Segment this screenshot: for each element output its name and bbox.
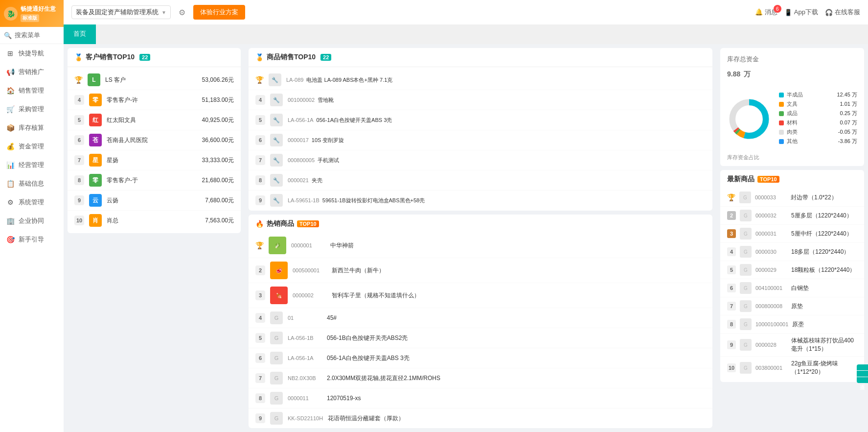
customer-avatar-7: 云 [89, 194, 102, 207]
topbar-right: 🔔 消息 6 📱 App下载 🎧 在线客服 [755, 8, 860, 17]
sidebar: 🐉 畅捷通好生意 标准版 🔍 搜索菜单 ⊞ 快捷导航 📢 营销推广 🏠 销售管理… [0, 0, 64, 432]
hot-prod-num-9: 9 [255, 413, 265, 423]
float-live[interactable]: 直播 [857, 377, 868, 383]
sidebar-item-basic[interactable]: 📋 基础信息 [0, 174, 64, 193]
np-icon-2: G [740, 210, 752, 221]
legend-item-2: 成品 0.25 万 [779, 110, 857, 117]
rank-num-3: 5 [74, 115, 84, 125]
sidebar-item-guide[interactable]: 🎯 新手引导 [0, 230, 64, 249]
np-icon-1: G [739, 192, 751, 203]
legend-value-5: -3.86 万 [838, 138, 857, 145]
legend-dot-2 [779, 111, 784, 116]
rank-num-2: 4 [74, 95, 84, 105]
sidebar-item-system[interactable]: ⚙ 系统管理 [0, 193, 64, 212]
online-service-btn[interactable]: 🎧 在线客服 [825, 8, 860, 17]
np-trophy-1: 🏆 [727, 193, 735, 201]
inventory-card: 库存总资金 9.88 万 [720, 48, 864, 166]
np-code-4: 0000030 [755, 249, 787, 255]
hot-prod-9: 9 G KK-SD22110H 花语萌恒温分蘸罐套（厚款） [249, 408, 712, 428]
customer-value-6: 21,680.00元 [202, 176, 234, 185]
customer-value-5: 33,333.00元 [202, 156, 234, 165]
prod-icon-4: 🔧 [270, 134, 283, 146]
fire-icon: 🔥 [255, 220, 264, 228]
hot-prod-name-2: 新西兰牛肉（新牛） [332, 266, 706, 275]
np-code-10: 003800001 [755, 365, 787, 371]
app-download-label: App下载 [794, 8, 818, 17]
legend-value-0: 12.45 万 [837, 91, 857, 98]
np-item-5: 5 G 0000029 18颗粒板（1220*2440） [720, 261, 864, 279]
customer-top10-list: 🏆 L LS 客户 53,006.26元 4 零 零售客户-许 51,183.0… [68, 67, 241, 233]
sidebar-item-enterprise[interactable]: 🏢 企业协同 [0, 212, 64, 230]
rank-item-2: 4 零 零售客户-许 51,183.00元 [68, 90, 241, 110]
legend-name-5: 其他 [787, 138, 835, 145]
new-products-title: 最新商品 [727, 175, 754, 184]
mobile-icon: 📱 [784, 9, 792, 16]
prod-label-2: 001000002雪地靴 [288, 96, 706, 104]
sidebar-item-operations[interactable]: 📊 经营管理 [0, 156, 64, 174]
rank-num-7: 9 [74, 195, 84, 205]
hot-prod-name-4: 45# [327, 314, 706, 321]
float-customer-service[interactable]: 客服热线 [857, 364, 868, 370]
rank-item-4: 6 苍 苍南县人民医院 36,600.00元 [68, 130, 241, 150]
hot-prod-name-6: 056-1A白色按键开关盖ABS 3壳 [327, 354, 706, 362]
customer-value-4: 36,600.00元 [202, 136, 234, 144]
settings-icon[interactable]: ⚙ [177, 6, 187, 19]
np-rank-10: 10 [727, 363, 736, 372]
nav-label: 资金管理 [19, 142, 44, 151]
prod-rank-4: 6 🔧 000001710S 变削罗旋 [249, 130, 712, 150]
hot-prod-code-1: 0000001 [291, 242, 325, 248]
np-icon-3: G [740, 228, 752, 240]
np-item-10: 10 G 003800001 22g鱼豆腐-烧烤味（1*12*20） [720, 357, 864, 379]
np-item-7: 7 G 000800008 原垫 [720, 297, 864, 315]
hot-prod-icon-8: G [270, 392, 283, 405]
notification-bell[interactable]: 🔔 消息 6 [755, 8, 777, 17]
hot-prod-num-3: 3 [255, 290, 265, 300]
sidebar-item-quick-nav[interactable]: ⊞ 快捷导航 [0, 44, 64, 63]
prod-icon-1: 🔧 [269, 73, 281, 86]
system-selector[interactable]: 装备及固定资产辅助管理系统 ▼ [71, 5, 171, 19]
hot-prod-img-2: 🥩 [270, 262, 288, 279]
app-download-btn[interactable]: 📱 App下载 [784, 8, 818, 17]
np-code-8: 10000100001 [755, 321, 788, 327]
np-icon-8: G [740, 318, 752, 330]
tab-home[interactable]: 首页 [64, 24, 96, 44]
mid-panel: 🏅 商品销售TOP10 22 🏆 🔧 LA-089电池盖 LA-089 ABS本… [245, 44, 716, 432]
sidebar-item-sales[interactable]: 🏠 销售管理 [0, 81, 64, 100]
hot-prod-num-6: 6 [255, 353, 265, 363]
notification-badge: 6 [774, 5, 781, 13]
legend-name-1: 文具 [787, 100, 837, 108]
search-menu[interactable]: 🔍 搜索菜单 [0, 27, 64, 44]
legend-value-1: 1.01 万 [840, 100, 857, 108]
logo-icon: 🐉 [4, 7, 18, 21]
customer-top10-panel: 🏅 客户销售TOP10 22 🏆 L LS 客户 53,006.26元 4 零 … [64, 44, 245, 432]
prod-rank-2: 4 🔧 001000002雪地靴 [249, 90, 712, 110]
hot-prod-6: 6 G LA-056-1A 056-1A白色按键开关盖ABS 3壳 [249, 348, 712, 368]
prod-label-6: 0000021夹壳 [288, 177, 706, 184]
hot-prod-num-4: 4 [255, 313, 265, 323]
medal-icon-prod: 🏅 [255, 53, 264, 61]
legend-item-0: 半成品 12.45 万 [779, 91, 857, 98]
donut-chart [727, 97, 771, 141]
np-item-9: 9 G 0000028 体械荔枝味苏打饮品400毫升（1*15） [720, 334, 864, 357]
prod-label-5: 000800005手机测试 [288, 157, 706, 164]
np-name-3: 5厘中纤（1220*2440） [791, 230, 857, 238]
hot-prod-name-9: 花语萌恒温分蘸罐套（厚款） [328, 414, 706, 423]
trial-button[interactable]: 体验行业方案 [193, 5, 245, 20]
sidebar-item-marketing[interactable]: 📢 营销推广 [0, 63, 64, 81]
rank-item-3: 5 红 红太阳文具 40,925.00元 [68, 110, 241, 130]
new-products-list: 🏆 G 0000033 封边带（1.0*22） 2 G 0000032 5厘多层… [720, 186, 864, 382]
sidebar-item-purchase[interactable]: 🛒 采购管理 [0, 100, 64, 119]
customer-name-1: LS 客户 [105, 76, 197, 84]
hot-products-top-badge: TOP10 [297, 220, 319, 227]
hot-prod-name-1: 中华神箭 [330, 241, 706, 250]
sidebar-item-finance[interactable]: 💰 资金管理 [0, 137, 64, 156]
rank-num-8: 10 [74, 216, 84, 225]
legend-list: 半成品 12.45 万 文具 1.01 万 成品 0.25 万 [779, 91, 857, 147]
list-icon: 📋 [6, 180, 15, 188]
product-sales-title: 商品销售TOP10 [267, 53, 316, 62]
np-icon-10: G [740, 362, 752, 374]
topbar: 装备及固定资产辅助管理系统 ▼ ⚙ 体验行业方案 🔔 消息 6 📱 App下载 … [64, 0, 868, 24]
sidebar-item-inventory[interactable]: 📦 库存核算 [0, 119, 64, 137]
nav-label: 营销推广 [19, 68, 44, 76]
float-community[interactable]: 服务社区 [857, 371, 868, 377]
